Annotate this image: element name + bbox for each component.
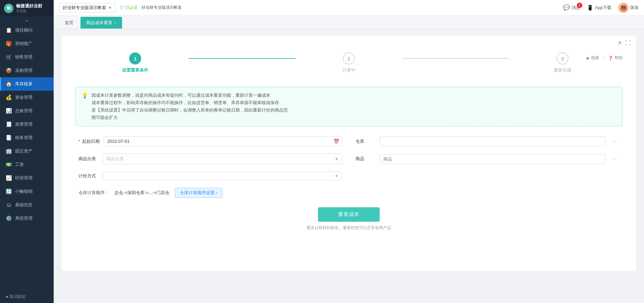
- help-link[interactable]: ❓ 帮助: [608, 55, 623, 61]
- window-controls: ✕ ⛶: [618, 40, 631, 46]
- sidebar-item-assets[interactable]: 🏢 固定资产: [0, 144, 54, 158]
- assets-icon: 🏢: [6, 148, 12, 154]
- warehouse-order-settings-button[interactable]: 仓库计算顺序设置 ›: [175, 188, 222, 198]
- sidebar-item-label: 经营管理: [15, 175, 33, 181]
- tab-close-icon[interactable]: ×: [114, 21, 116, 25]
- sidebar-item-label: 项目顾问: [15, 27, 33, 33]
- shield-icon: 🛡: [120, 5, 124, 10]
- expand-button[interactable]: ⛶: [625, 40, 631, 46]
- sidebar-item-label: 销售管理: [15, 54, 33, 60]
- user-profile-action[interactable]: 🐻 珠珠: [618, 3, 639, 13]
- start-date-input[interactable]: [104, 137, 331, 146]
- dashboard-icon: 📋: [6, 27, 12, 33]
- pricing-arrow-icon: ▼: [335, 174, 338, 178]
- sidebar-item-label: 税务管理: [15, 135, 33, 141]
- product-dots-button[interactable]: ···: [609, 155, 619, 163]
- account-selector[interactable]: 好业财专业版演示帐套 ▼: [59, 3, 116, 12]
- topbar: 好业财专业版演示帐套 ▼ 🛡 已认证 好业财专业版演示帐套 💬 消息 1 📱 A…: [54, 0, 644, 15]
- account-name: 好业财专业版演示帐套: [63, 5, 106, 11]
- logo-icon: 畅: [4, 4, 13, 13]
- sidebar-item-system[interactable]: ⚙️ 系统管理: [0, 212, 54, 225]
- start-date-group: * 起始日期 📅: [78, 136, 342, 146]
- video-link[interactable]: ▶ 视频: [587, 55, 599, 61]
- start-date-label: * 起始日期: [78, 138, 100, 144]
- sidebar-item-purchase[interactable]: 📦 采购管理: [0, 64, 54, 77]
- scroll-up-indicator: ▲: [0, 17, 54, 24]
- video-icon: ▶: [587, 56, 590, 60]
- sidebar: 畅 畅捷通好业财 专业版 ▲ 📋 项目顾问 🎁 营销推广 🛒 销售管理 📦 采购…: [0, 0, 54, 303]
- category-group: 商品分类 商品分类 ▼: [78, 154, 342, 164]
- category-arrow-icon: ▼: [335, 157, 338, 161]
- phone-icon: 📱: [587, 5, 593, 11]
- app-download-label: App下载: [595, 5, 611, 11]
- inventory-icon: 🏠: [6, 81, 12, 87]
- app-download-action[interactable]: 📱 App下载: [587, 5, 611, 11]
- info-text: 因成本计算参数调整，或是对商品成本有疑问时，可以通过成本重算功能，重新计算一遍成…: [92, 92, 288, 121]
- form-section: * 起始日期 📅 仓库 ···: [75, 136, 623, 231]
- close-button[interactable]: ✕: [618, 40, 622, 46]
- tab-recalc[interactable]: 商品成本重算 ×: [80, 17, 122, 29]
- sidebar-item-payroll[interactable]: 💵 工资: [0, 158, 54, 171]
- pricing-label: 计价方式: [78, 173, 99, 179]
- purchase-icon: 📦: [6, 68, 12, 74]
- sidebar-item-marketing[interactable]: 🎁 营销推广: [0, 37, 54, 50]
- tab-recalc-label: 商品成本重算: [86, 20, 112, 26]
- sidebar-item-label: 总账管理: [15, 108, 33, 114]
- warehouse-order-row: 仓库计算顺序： 总仓->深圳仓库->...->门店仓 仓库计算顺序设置 ›: [78, 188, 619, 198]
- pricing-select[interactable]: ▼: [103, 172, 342, 180]
- logo-title: 畅捷通好业财: [16, 3, 42, 9]
- expense-icon: 🔄: [6, 188, 12, 194]
- start-date-input-wrapper[interactable]: 📅: [104, 136, 342, 146]
- sidebar-logo: 畅 畅捷通好业财 专业版: [0, 0, 54, 17]
- step-1-circle: 1: [129, 52, 141, 64]
- recalc-button[interactable]: 重算成本: [318, 207, 380, 222]
- finance-icon: 💰: [6, 94, 12, 100]
- sidebar-item-operations[interactable]: 📈 经营管理: [0, 171, 54, 185]
- form-row-3: 计价方式 ▼: [78, 172, 619, 180]
- sidebar-item-expense[interactable]: 🔄 小畅报销: [0, 185, 54, 198]
- account-chevron-icon: ▼: [108, 6, 112, 10]
- warehouse-label: 仓库: [356, 138, 376, 144]
- sidebar-item-label: 采购管理: [15, 68, 33, 74]
- calendar-icon[interactable]: 📅: [331, 139, 342, 144]
- sales-icon: 🛒: [6, 54, 12, 60]
- warehouse-dots-button[interactable]: ···: [609, 137, 619, 146]
- steps-help: ▶ 视频 | ❓ 帮助: [587, 55, 623, 61]
- category-select[interactable]: 商品分类 ▼: [103, 154, 342, 164]
- step-2-label: 计算中: [342, 67, 356, 73]
- warehouse-input-wrapper: [380, 136, 605, 146]
- sidebar-item-invoice[interactable]: 🧾 发票管理: [0, 118, 54, 131]
- verified-text: 已认证: [125, 5, 138, 10]
- sidebar-item-tax[interactable]: 📑 税务管理: [0, 131, 54, 144]
- sidebar-item-account[interactable]: 📊 总账管理: [0, 104, 54, 118]
- info-box: 💡 因成本计算参数调整，或是对商品成本有疑问时，可以通过成本重算功能，重新计算一…: [75, 87, 623, 126]
- logo-subtitle: 专业版: [16, 9, 42, 13]
- sidebar-item-label: 系统管理: [15, 215, 33, 221]
- video-label: 视频: [591, 55, 599, 61]
- warehouse-input[interactable]: [380, 137, 605, 146]
- sidebar-item-finance[interactable]: 💰 资金管理: [0, 91, 54, 104]
- sidebar-item-dashboard[interactable]: 📋 项目顾问: [0, 24, 54, 37]
- sidebar-item-basic[interactable]: 🗂 基础信息: [0, 198, 54, 212]
- connector-2-3: [402, 58, 509, 59]
- sidebar-item-label: 基础信息: [15, 202, 33, 208]
- sidebar-item-label: 库存核算: [15, 81, 33, 87]
- unpin-button[interactable]: ◄ 取消固定: [0, 290, 54, 303]
- notification-badge: 1: [577, 3, 582, 8]
- step-3-label: 重算完成: [554, 67, 571, 73]
- tab-home[interactable]: 首页: [59, 17, 79, 29]
- tabbar: 首页 商品成本重算 ×: [54, 15, 644, 29]
- topbar-right: 💬 消息 1 📱 App下载 🐻 珠珠: [563, 3, 639, 13]
- verified-badge: 🛡 已认证: [120, 5, 138, 10]
- sidebar-item-label: 发票管理: [15, 121, 33, 127]
- message-action[interactable]: 💬 消息 1: [563, 4, 580, 11]
- system-icon: ⚙️: [6, 215, 12, 221]
- sidebar-item-label: 小畅报销: [15, 188, 33, 194]
- verified-company: 好业财专业版演示帐套: [142, 5, 182, 10]
- sidebar-item-inventory[interactable]: 🏠 库存核算: [0, 77, 54, 91]
- sidebar-item-label: 固定资产: [15, 148, 33, 154]
- product-input[interactable]: [380, 155, 605, 164]
- warehouse-order-label: 仓库计算顺序：: [78, 190, 109, 196]
- logo-text-group: 畅捷通好业财 专业版: [16, 3, 42, 13]
- sidebar-item-sales[interactable]: 🛒 销售管理: [0, 50, 54, 64]
